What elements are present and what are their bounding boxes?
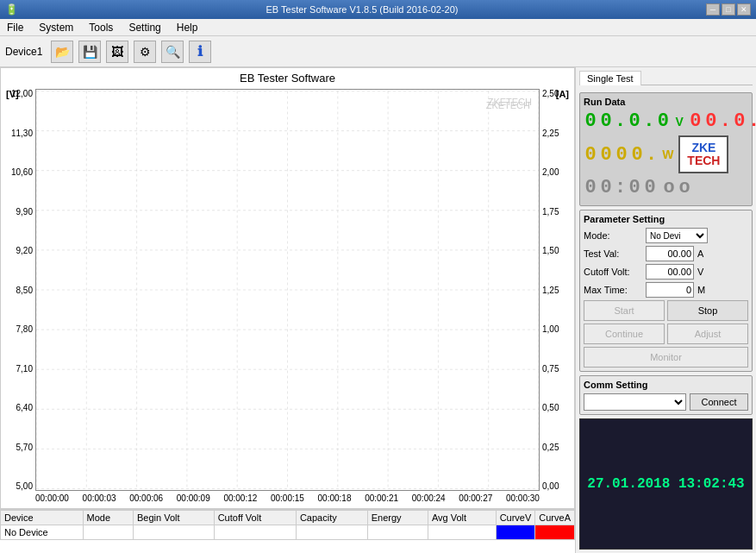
toolbar: Device1 📂 💾 🖼 ⚙ 🔍 ℹ (0, 36, 756, 67)
x-tick: 00:00:06 (129, 493, 163, 503)
y-tick-right: 1,00 (542, 324, 559, 334)
test-val-input[interactable] (646, 246, 694, 261)
amp-d1: 0 (689, 110, 703, 132)
title-bar-title: EB Tester Software V1.8.5 (Build 2016-02… (18, 4, 706, 15)
menu-system[interactable]: System (35, 22, 77, 34)
device-label: Device1 (5, 46, 42, 58)
y-tick-left: 5,70 (16, 443, 33, 452)
table-header-cell: Energy (367, 511, 428, 525)
comm-section: Comm Setting Connect (579, 375, 753, 415)
x-tick: 00:00:27 (459, 493, 492, 503)
y-tick-left: 7,80 (16, 324, 33, 334)
control-buttons: Start Stop Continue Adjust Monitor (584, 300, 748, 368)
menu-tools[interactable]: Tools (85, 22, 116, 34)
minimize-button[interactable]: ─ (706, 3, 720, 16)
y-tick-left: 8,50 (16, 286, 33, 295)
comm-port-dropdown[interactable] (584, 393, 686, 411)
menu-help[interactable]: Help (173, 22, 202, 34)
y-tick-left: 6,40 (16, 403, 33, 412)
volt-d1: 0 (584, 110, 597, 132)
grid-area: ZKETECH ZKETECH (35, 89, 540, 491)
cutoff-volt-row: Cutoff Volt: V (584, 264, 748, 280)
w-dot: . (646, 144, 657, 166)
x-tick: 00:00:09 (177, 493, 210, 503)
x-tick: 00:00:12 (223, 493, 257, 503)
table-header-cell: Capacity (296, 511, 367, 525)
y-tick-right: 1,25 (542, 286, 559, 295)
comm-title: Comm Setting (584, 380, 748, 390)
right-panel: Single Test Run Data 0 0 . 0 . 0 V 0 0 (575, 67, 756, 553)
watt-display-row: 0 0 0 0 . W ZKE TECH (584, 135, 748, 173)
save-button[interactable]: 💾 (78, 41, 101, 63)
screenshot-button[interactable]: 🖼 (106, 41, 128, 63)
w-d4: 0 (630, 144, 644, 166)
menu-file[interactable]: File (3, 22, 27, 34)
voltage-display-row: 0 0 . 0 . 0 V 0 0 . 0 . 0 A (584, 110, 748, 132)
info-button[interactable]: ℹ (189, 41, 211, 63)
y-tick-right: 0,25 (542, 443, 559, 452)
table-cell (134, 525, 215, 540)
volt-d3: 0 (628, 110, 641, 132)
cutoff-volt-label: Cutoff Volt: (584, 267, 642, 277)
zke-logo: ZKE TECH (678, 135, 728, 173)
table-cell: No Device (1, 525, 84, 540)
t-u2: o (678, 177, 691, 198)
table-header-cell: Mode (83, 511, 133, 525)
stop-button[interactable]: Stop (667, 300, 748, 321)
data-table: DeviceModeBegin VoltCutoff VoltCapacityE… (0, 509, 575, 553)
y-tick-left: 9,20 (16, 246, 33, 255)
volt-d2: 0 (599, 110, 613, 132)
y-axis-left: 12,0011,3010,609,909,208,507,807,106,405… (4, 89, 35, 491)
comm-row: Connect (584, 393, 748, 411)
table-cell (428, 525, 496, 540)
zke-logo-top: ZKE (691, 141, 715, 154)
chart-title: EB Tester Software (4, 72, 571, 87)
table-cell (214, 525, 296, 540)
t-d4: 0 (643, 177, 657, 198)
table-header-cell: Cutoff Volt (214, 511, 296, 525)
chart-container: 12,0011,3010,609,909,208,507,807,106,405… (4, 89, 571, 491)
cutoff-volt-unit: V (697, 267, 709, 277)
amp-d2: 0 (704, 110, 718, 132)
w-d2: 0 (599, 144, 613, 166)
mode-dropdown[interactable]: No Devi (646, 228, 708, 243)
close-button[interactable]: ✕ (737, 3, 751, 16)
time-unit-display: o o (662, 177, 691, 198)
settings-button[interactable]: ⚙ (134, 41, 156, 63)
app-icon: 🔋 (5, 3, 18, 16)
start-button[interactable]: Start (584, 300, 665, 321)
table-header-cell: CurveV (496, 511, 535, 525)
cutoff-volt-input[interactable] (646, 264, 694, 280)
adjust-button[interactable]: Adjust (667, 324, 748, 344)
continue-button[interactable]: Continue (584, 324, 665, 344)
table-row: No Device (1, 525, 575, 540)
amp-dot: . (720, 110, 731, 132)
table-header-cell: Device (1, 511, 84, 525)
volt-dot2: . (643, 110, 654, 132)
amp-d3: 0 (733, 110, 747, 132)
chart-watermark: ZKETECH (488, 97, 532, 107)
volt-dot: . (615, 110, 626, 132)
table-header-cell: CurveA (535, 511, 575, 525)
y-tick-left: 5,00 (16, 481, 33, 491)
table-header: DeviceModeBegin VoltCutoff VoltCapacityE… (1, 511, 575, 525)
menu-setting[interactable]: Setting (125, 22, 164, 34)
title-bar-controls: ─ □ ✕ (706, 3, 751, 16)
ampere-display: 0 0 . 0 . 0 (689, 110, 756, 132)
t-u1: o (662, 177, 676, 198)
maximize-button[interactable]: □ (722, 3, 735, 16)
time-display-row: 0 0 : 0 0 o o (584, 177, 748, 198)
run-data-title: Run Data (584, 97, 748, 107)
w-d1: 0 (584, 144, 597, 166)
open-button[interactable]: 📂 (51, 41, 73, 63)
monitor-button[interactable]: Monitor (584, 347, 748, 368)
y-tick-right: 0,50 (542, 403, 559, 412)
test-val-row: Test Val: A (584, 246, 748, 261)
search-button[interactable]: 🔍 (161, 41, 184, 63)
max-time-input[interactable] (646, 282, 694, 298)
table-cell (535, 525, 575, 540)
param-section: Parameter Setting Mode: No Devi Test Val… (579, 210, 753, 372)
watt-unit: W (662, 148, 673, 161)
connect-button[interactable]: Connect (690, 393, 748, 411)
single-test-tab[interactable]: Single Test (579, 71, 641, 85)
